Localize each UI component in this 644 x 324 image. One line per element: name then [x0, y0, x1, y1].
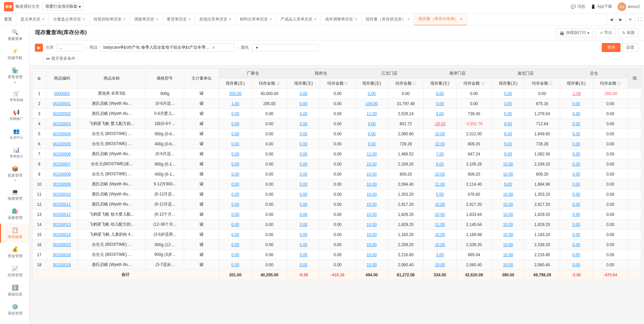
- cell-code: 00100003: [46, 119, 78, 129]
- cell-unit: 罐: [184, 149, 219, 159]
- code-link[interactable]: 00100002: [53, 111, 71, 116]
- sidebar-item-retail-stats[interactable]: 📊 零售统计: [0, 143, 29, 162]
- sidebar-item-retail[interactable]: 🏪 零售管理 ▲: [0, 64, 29, 87]
- sidebar-item-operation[interactable]: 📈 经营管理: [0, 262, 29, 281]
- color-input[interactable]: ▾: [252, 44, 319, 51]
- cell-nanan-stock: 10.00: [423, 169, 456, 179]
- info-icon6[interactable]: ⓘ: [617, 82, 621, 85]
- sidebar-item-finance[interactable]: 💰 资金管理: [0, 243, 29, 262]
- col-name: 商品名称: [78, 68, 146, 89]
- code-link[interactable]: 00100009: [53, 182, 71, 187]
- cell-yuebei-balance: 1,183.20: [525, 230, 560, 240]
- tab-stock-dist[interactable]: 现存量（库存分布表） ✕: [414, 13, 467, 26]
- filter-toggle-btn[interactable]: ▶: [35, 44, 43, 52]
- tab-home[interactable]: 首页: [0, 13, 16, 26]
- cell-jiangbei-balance: 2,339.20: [388, 240, 423, 250]
- code-link[interactable]: 00100003: [53, 122, 71, 126]
- tab-other-out[interactable]: 其他出库单历史 ✕: [195, 13, 236, 26]
- tab-product-in[interactable]: 产成品入库单历史 ✕: [276, 13, 321, 26]
- sidebar-item-shortcut[interactable]: ⚡ 快捷导航: [0, 45, 29, 64]
- export-btn[interactable]: ↗ 导出: [596, 28, 616, 37]
- sidebar-item-member[interactable]: 👥 会员中心: [0, 125, 29, 143]
- tab-other-out-close[interactable]: ✕: [229, 17, 231, 21]
- info-icon[interactable]: ⓘ: [276, 82, 280, 85]
- code-link[interactable]: 00100004: [53, 132, 71, 136]
- settings-icon[interactable]: ⚙: [37, 76, 41, 81]
- info-icon2[interactable]: ⓘ: [344, 82, 348, 85]
- industry-selector[interactable]: 母婴行业演示陈套 ▾: [42, 3, 84, 10]
- tab-cost-adjust[interactable]: 成本调整单历史 ✕: [321, 13, 362, 26]
- info-icon5[interactable]: ⓘ: [549, 82, 552, 85]
- sidebar-item-system[interactable]: ⚙️ 系统管理: [0, 300, 29, 319]
- tab-stocktake-close[interactable]: ✕: [42, 17, 45, 21]
- sidebar-inventory-label: 库存核算: [8, 234, 22, 239]
- tab-material-out-close[interactable]: ✕: [269, 17, 272, 21]
- sidebar-item-enterprise[interactable]: 🤝 企业协同: [0, 319, 29, 324]
- sidebar-item-marketing[interactable]: 📢 营销推广: [0, 106, 29, 125]
- code-link[interactable]: 00100018: [53, 263, 71, 267]
- search-btn[interactable]: 查询: [602, 43, 621, 52]
- cell-jiangbei-balance: 2,080.80: [388, 129, 423, 139]
- tab-close-all-btn[interactable]: ✕: [625, 13, 635, 26]
- code-link[interactable]: 00100016: [53, 252, 71, 257]
- sidebar-item-search[interactable]: 🔍 搜索英单: [0, 26, 29, 45]
- sidebar-item-wholesale[interactable]: 📦 批发管理 ▼: [0, 162, 29, 185]
- code-link[interactable]: 00100001: [53, 101, 71, 106]
- cell-yuebei-balance: 1,884.96: [525, 179, 560, 189]
- code-link[interactable]: 00100006: [53, 152, 71, 156]
- code-link[interactable]: 00100010: [53, 192, 71, 197]
- tab-assemble-close[interactable]: ✕: [123, 17, 126, 21]
- product-input[interactable]: babycare孕妇待产包 春季入院全套母子组合孕妇产后冬季月子用品 22件套 …: [100, 43, 234, 52]
- col-settings[interactable]: ⚙: [33, 68, 46, 89]
- tab-cost-adjust-close[interactable]: ✕: [355, 17, 357, 21]
- warehouse-input[interactable]: ...: [56, 44, 83, 51]
- cell-jiangbei-balance: 1,488.52: [388, 149, 423, 159]
- info-icon4[interactable]: ⓘ: [481, 82, 484, 85]
- sidebar-item-inventory[interactable]: 📋 库存核算: [0, 224, 29, 243]
- code-link[interactable]: 00100005: [53, 142, 71, 146]
- setting-btn[interactable]: 设置: [622, 43, 639, 52]
- print-btn[interactable]: 🖨️ 按模版打印 ▾: [556, 28, 593, 37]
- tab-sub-stocktake[interactable]: 分量盘点单历史 ✕: [49, 13, 90, 26]
- tab-transfer[interactable]: 调拨单历史 ✕: [130, 13, 163, 26]
- product-clear-icon[interactable]: ✕: [212, 45, 215, 50]
- code-link[interactable]: 00100014: [53, 232, 71, 237]
- tab-sub-stocktake-close[interactable]: ✕: [83, 17, 85, 21]
- code-link[interactable]: 00100012: [53, 212, 71, 217]
- refresh-btn[interactable]: ↻ 刷新: [619, 28, 639, 37]
- code-link[interactable]: 00100013: [53, 222, 71, 227]
- code-link[interactable]: 0000003: [54, 91, 70, 96]
- tab-maximize-btn[interactable]: ⛶: [635, 13, 644, 26]
- cell-factory-balance: 0.00: [252, 210, 287, 220]
- sidebar-item-basic[interactable]: ℹ️ 基础信息: [0, 281, 29, 300]
- sidebar-item-retail-store[interactable]: 🛒 零售商城: [0, 87, 29, 106]
- tab-prev-btn[interactable]: ◀: [606, 13, 616, 26]
- code-link[interactable]: 00100011: [53, 202, 71, 207]
- info-icon3[interactable]: ⓘ: [413, 82, 416, 85]
- tab-order-close[interactable]: ✕: [188, 17, 191, 21]
- cell-total-balance: 0.00: [593, 199, 628, 210]
- code-link[interactable]: 00100015: [53, 242, 71, 247]
- tab-stock-status[interactable]: 现存量（库存状况表） ✕: [362, 13, 414, 26]
- code-link[interactable]: 00100008: [53, 172, 71, 177]
- tab-material-out[interactable]: 材料出库单历史 ✕: [236, 13, 276, 26]
- cell-chennan-stock: 0.00: [287, 99, 320, 109]
- code-link[interactable]: 00100007: [53, 162, 71, 167]
- expand-conditions-btn[interactable]: ▾▾ 展开更多条件: [43, 55, 78, 62]
- sidebar-item-ecommerce[interactable]: 💻 电商管理: [0, 185, 29, 204]
- tab-stocktake[interactable]: 盘点单历史 ✕: [16, 13, 49, 26]
- tab-order[interactable]: 要货单历史 ✕: [163, 13, 195, 26]
- app-download-btn[interactable]: 📱 App下载: [591, 4, 612, 9]
- sidebar-item-purchase[interactable]: 🛍️ 采购管理: [0, 204, 29, 224]
- tab-stock-status-close[interactable]: ✕: [407, 17, 410, 21]
- tab-transfer-close[interactable]: ✕: [156, 17, 158, 21]
- tab-stocktake-label: 盘点单历史: [20, 16, 41, 22]
- tab-product-in-close[interactable]: ✕: [314, 17, 317, 21]
- message-btn[interactable]: 💬 消息: [571, 4, 585, 9]
- cell-spec: (12-36个月...: [146, 220, 184, 230]
- tab-next-btn[interactable]: ▶: [616, 13, 625, 26]
- tab-stock-dist-close[interactable]: ✕: [460, 17, 463, 21]
- tab-assemble[interactable]: 组装拆卸单历史 ✕: [90, 13, 130, 26]
- cell-nanan-balance: 739.40: [457, 109, 492, 119]
- user-avatar-btn[interactable]: Ea demo2: [618, 2, 640, 11]
